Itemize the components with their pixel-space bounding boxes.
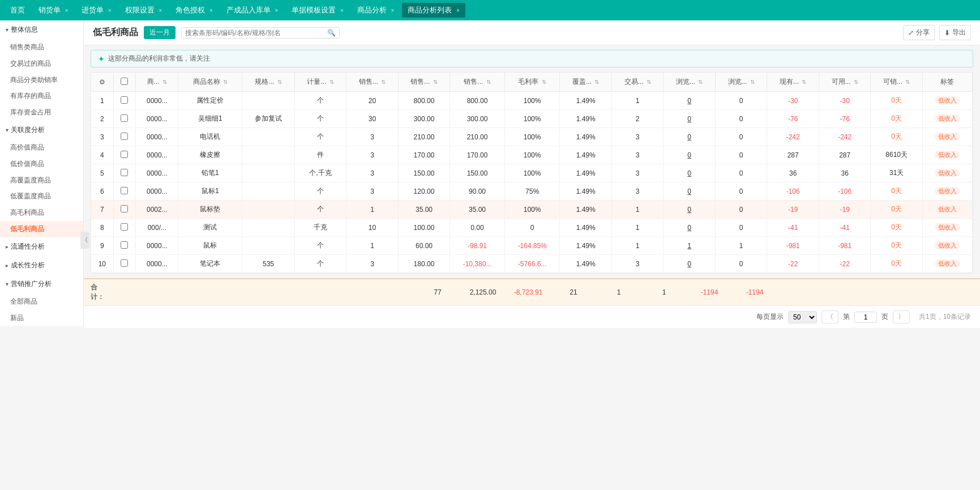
page-header: 低毛利商品 近一月 🔍 ⤢ 分享 ⬇ 导出 xyxy=(84,20,980,45)
view1-link[interactable]: 0 xyxy=(687,224,691,232)
view1-link[interactable]: 0 xyxy=(687,115,691,123)
sidebar-item-traded-goods[interactable]: 交易过的商品 xyxy=(0,56,83,72)
sidebar-group-growth[interactable]: ▸ 成长性分析 xyxy=(0,256,83,275)
sort-icon-saleable[interactable]: ⇅ xyxy=(905,79,910,85)
row-checkbox[interactable] xyxy=(121,133,128,140)
sidebar-item-low-coverage[interactable]: 低覆盖度商品 xyxy=(0,188,83,204)
next-page-button[interactable]: 〉 xyxy=(893,310,910,323)
nav-purchase[interactable]: 进货单 × xyxy=(76,3,117,18)
sort-icon-view1[interactable]: ⇅ xyxy=(698,79,703,85)
nav-sales[interactable]: 销货单 × xyxy=(33,3,74,18)
col-settings[interactable]: ⚙ xyxy=(91,73,113,92)
view1-link[interactable]: 0 xyxy=(687,97,691,105)
saleable-value: 0天 xyxy=(891,114,902,122)
view1-link[interactable]: 0 xyxy=(687,151,691,159)
sort-icon-current[interactable]: ⇅ xyxy=(802,79,806,85)
per-page-select[interactable]: 50 20 100 xyxy=(788,311,817,323)
sidebar-group-marketing[interactable]: ▾ 营销推广分析 xyxy=(0,275,83,293)
sidebar-item-new-goods[interactable]: 新品 xyxy=(0,310,83,326)
totals-value: -8,723.91 xyxy=(506,288,551,296)
totals-label: 合计： xyxy=(91,283,110,302)
row-checkbox[interactable] xyxy=(121,259,128,267)
sort-icon-sales-qty[interactable]: ⇅ xyxy=(381,79,386,85)
sidebar-item-high-margin[interactable]: 高毛利商品 xyxy=(0,204,83,221)
sidebar-item-sales-goods[interactable]: 销售类商品 xyxy=(0,39,83,56)
nav-role[interactable]: 角色授权 × xyxy=(170,3,218,18)
nav-product-entry[interactable]: 产成品入库单 × xyxy=(221,3,284,18)
tag-badge: 低收入 xyxy=(935,223,960,231)
view1-link[interactable]: 0 xyxy=(687,169,691,177)
sort-icon-trade[interactable]: ⇅ xyxy=(647,79,651,85)
sidebar-item-all-goods[interactable]: 全部商品 xyxy=(0,293,83,310)
totals-value: 21 xyxy=(551,288,596,296)
row-checkbox[interactable] xyxy=(121,223,128,231)
search-icon[interactable]: 🔍 xyxy=(327,29,336,37)
sidebar-item-stocked-goods[interactable]: 有库存的商品 xyxy=(0,88,83,104)
row-checkbox[interactable] xyxy=(121,151,128,158)
nav-purchase-close[interactable]: × xyxy=(108,7,112,14)
nav-sales-label: 销货单 xyxy=(38,6,61,14)
view1-link[interactable]: 1 xyxy=(687,242,691,250)
sidebar-collapse-button[interactable]: 《 xyxy=(80,232,89,249)
sort-icon-sales-profit[interactable]: ⇅ xyxy=(486,79,491,85)
nav-product-analysis-close[interactable]: × xyxy=(391,7,394,14)
sidebar-item-low-margin[interactable]: 低毛利商品 xyxy=(0,221,83,237)
total-info: 共1页，10条记录 xyxy=(919,312,971,322)
share-button[interactable]: ⤢ 分享 xyxy=(903,25,935,40)
sort-icon-name[interactable]: ⇅ xyxy=(223,79,228,85)
sidebar-item-stock-capital[interactable]: 库存资金占用 xyxy=(0,104,83,121)
nav-product-analysis[interactable]: 商品分析 × xyxy=(352,3,400,18)
view1-link[interactable]: 0 xyxy=(687,206,691,214)
settings-icon[interactable]: ⚙ xyxy=(99,78,105,86)
sort-icon-unit[interactable]: ⇅ xyxy=(329,79,334,85)
sidebar-group-relevance[interactable]: ▾ 关联度分析 xyxy=(0,121,83,139)
sort-icon-sales-price[interactable]: ⇅ xyxy=(433,79,438,85)
sort-icon-margin[interactable]: ⇅ xyxy=(542,79,546,85)
nav-product-entry-close[interactable]: × xyxy=(275,7,279,14)
tag-badge: 低收入 xyxy=(935,241,960,249)
nav-home[interactable]: 首页 xyxy=(5,3,31,18)
tag-badge: 低收入 xyxy=(935,151,960,159)
nav-analysis-list-close[interactable]: × xyxy=(456,7,460,14)
date-filter-button[interactable]: 近一月 xyxy=(144,26,176,39)
prev-page-button[interactable]: 〈 xyxy=(821,310,838,323)
select-all-checkbox[interactable] xyxy=(121,78,128,85)
export-button[interactable]: ⬇ 导出 xyxy=(939,25,971,40)
sort-icon-view2[interactable]: ⇅ xyxy=(750,79,755,85)
sidebar-item-high-value[interactable]: 高价值商品 xyxy=(0,139,83,156)
row-checkbox[interactable] xyxy=(121,169,128,176)
row-checkbox[interactable] xyxy=(121,205,128,212)
sidebar-group-circulation[interactable]: ▸ 流通性分析 xyxy=(0,237,83,256)
notice-star-icon: ✦ xyxy=(98,54,105,63)
current-page-input[interactable] xyxy=(854,312,877,323)
sort-icon-code[interactable]: ⇅ xyxy=(162,79,167,85)
row-checkbox[interactable] xyxy=(121,187,128,194)
data-table-container: ⚙ 商... ⇅ 商品名称 ⇅ 规格... ⇅ 计量... ⇅ 销售... ⇅ … xyxy=(91,72,973,274)
view1-link[interactable]: 0 xyxy=(687,260,691,268)
table-row: 50000...铅笔1个,千克3150.00150.00100%1.49%300… xyxy=(91,164,973,182)
view1-link[interactable]: 0 xyxy=(687,188,691,195)
nav-permission-close[interactable]: × xyxy=(159,7,162,14)
sort-icon-available[interactable]: ⇅ xyxy=(854,79,858,85)
nav-product-entry-label: 产成品入库单 xyxy=(226,6,271,14)
sort-icon-spec[interactable]: ⇅ xyxy=(277,79,282,85)
sidebar-item-low-value[interactable]: 低价值商品 xyxy=(0,156,83,172)
nav-template[interactable]: 单据模板设置 × xyxy=(286,3,349,18)
nav-analysis-list[interactable]: 商品分析列表 × xyxy=(402,3,465,18)
nav-permission[interactable]: 权限设置 × xyxy=(119,3,168,18)
nav-role-close[interactable]: × xyxy=(209,7,213,14)
view1-link[interactable]: 0 xyxy=(687,133,691,141)
header-actions: ⤢ 分享 ⬇ 导出 xyxy=(903,25,971,40)
sidebar-group-overall[interactable]: ▾ 整体信息 xyxy=(0,20,83,39)
nav-template-close[interactable]: × xyxy=(340,7,344,14)
row-checkbox[interactable] xyxy=(121,114,128,122)
row-checkbox[interactable] xyxy=(121,241,128,249)
sort-icon-coverage[interactable]: ⇅ xyxy=(594,79,599,85)
sidebar-item-category-sales-rate[interactable]: 商品分类助销率 xyxy=(0,72,83,88)
nav-sales-close[interactable]: × xyxy=(65,7,69,14)
page-title: 低毛利商品 xyxy=(93,27,138,39)
row-checkbox[interactable] xyxy=(121,96,128,104)
saleable-value: 0天 xyxy=(891,205,902,213)
sidebar-item-high-coverage[interactable]: 高覆盖度商品 xyxy=(0,172,83,189)
search-input[interactable] xyxy=(185,29,325,37)
